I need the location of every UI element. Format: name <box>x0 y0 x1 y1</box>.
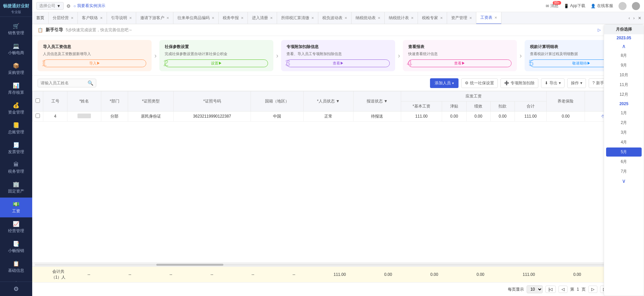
month-item-8[interactable]: 3月 <box>606 128 642 137</box>
tab-close-tax_report[interactable]: ✕ <box>241 16 244 20</box>
tab-split_mgmt[interactable]: 分层经营✕ <box>49 12 78 24</box>
step-title-2: 社保参数设置 <box>165 44 268 50</box>
month-item-10[interactable]: 5月 <box>606 147 642 157</box>
tab-clearance[interactable]: 进入清册✕ <box>248 12 277 24</box>
sidebar-item-sales[interactable]: 🛒销售管理 <box>0 19 32 39</box>
sidebar-icon-tax: 🏛 <box>13 162 19 168</box>
tab-invite[interactable]: 邀请下游客户✕ <box>136 12 173 24</box>
unified-settings-btn[interactable]: ⚙ 统一社保设置 <box>461 78 498 88</box>
sidebar-item-system[interactable]: ⚙系统管理 <box>0 277 32 282</box>
tab-guide_tab[interactable]: 引导说明✕ <box>107 12 136 24</box>
month-item-12[interactable]: 7月 <box>606 167 642 176</box>
settings-gear-icon[interactable]: ⚙ <box>66 3 71 9</box>
operations-btn[interactable]: 操作 ▾ <box>567 78 586 88</box>
tab-label-tax_stat3: 纳税统计表 <box>389 15 409 21</box>
tab-close-tax_expert[interactable]: ✕ <box>440 16 443 20</box>
tab-close-split_mgmt[interactable]: ✕ <box>71 16 73 20</box>
add-employee-btn[interactable]: 添加人员 ▾ <box>430 78 459 88</box>
tab-close-tax_calc[interactable]: ✕ <box>311 16 314 20</box>
sidebar-item-general[interactable]: 📒总账管理 <box>0 119 32 138</box>
tab-tax_stat2[interactable]: 纳税统动表✕ <box>352 12 385 24</box>
sidebar-item-operation[interactable]: 📈经营管理 <box>0 217 32 237</box>
sidebar-item-ecommerce[interactable]: 💻小畅电商 <box>0 39 32 59</box>
tab-tax_report[interactable]: 税务申报✕ <box>219 12 248 24</box>
tab-tax_expert[interactable]: 税检专家✕ <box>418 12 447 24</box>
sidebar-item-fixed[interactable]: 🏢固定资产 <box>0 178 32 198</box>
special-deduction-btn[interactable]: ➕ 专项附加扣除 <box>500 78 538 88</box>
step-btn-4[interactable]: 查看▶ <box>408 59 512 67</box>
month-item-2[interactable]: 10月 <box>606 71 642 80</box>
company-selector[interactable]: 选择公司 ▼ <box>36 2 64 10</box>
tab-close-assets[interactable]: ✕ <box>469 16 472 20</box>
online-service-btn[interactable]: 👤 在线客服 <box>591 3 613 9</box>
demo-link[interactable]: ○ 我要看实例演示 <box>73 3 105 9</box>
settings-icon[interactable]: ⚙ <box>13 285 19 293</box>
search-icon[interactable]: 🔍 <box>88 80 93 86</box>
tab-customer[interactable]: 客户联络✕ <box>78 12 107 24</box>
month-item-9[interactable]: 4月 <box>606 138 642 147</box>
search-input[interactable] <box>41 81 88 85</box>
step-btn-2[interactable]: 设置▶ <box>165 59 268 67</box>
guide-title: 新手引导 <box>46 27 63 33</box>
tab-supplier_code[interactable]: 往来单位商品编码✕ <box>173 12 219 24</box>
tab-next-icon[interactable]: › <box>632 15 636 21</box>
tab-close-supplier_code[interactable]: ✕ <box>212 16 214 20</box>
month-nav-bottom: ∨ <box>622 176 626 185</box>
sidebar-item-tax[interactable]: 🏛税务管理 <box>0 158 32 178</box>
tab-tax_calc[interactable]: 所得税汇算清缴✕ <box>277 12 318 24</box>
export-dropdown-icon: ▾ <box>559 81 561 85</box>
month-item-6[interactable]: 1月 <box>606 109 642 118</box>
month-item-3[interactable]: 11月 <box>606 80 642 89</box>
tab-tax_exemption[interactable]: 税负波动表✕ <box>318 12 352 24</box>
select-all-checkbox[interactable] <box>36 98 40 103</box>
app-download-btn[interactable]: 📱 App下载 <box>564 3 585 9</box>
step-btn-1[interactable]: 导入▶ <box>43 59 146 67</box>
footer-summary: 会计共（1）人 <box>48 269 68 280</box>
tab-close-tax_exemption[interactable]: ✕ <box>344 16 347 20</box>
step-arrow-4: › <box>517 52 525 59</box>
tab-label-split_mgmt: 分层经营 <box>53 15 69 21</box>
export-btn[interactable]: ⬇ 导出 ▾ <box>541 78 565 88</box>
tab-close-tax_stat3[interactable]: ✕ <box>411 16 414 20</box>
sidebar-item-salary[interactable]: 💵工资 <box>0 198 32 217</box>
tab-close-customer[interactable]: ✕ <box>100 16 103 20</box>
month-item-4[interactable]: 12月 <box>606 90 642 99</box>
tab-close-tax_stat2[interactable]: ✕ <box>378 16 380 20</box>
user-avatar-2[interactable] <box>632 2 640 10</box>
demo-text: 我要看实例演示 <box>77 3 105 9</box>
first-page-btn[interactable]: |◁ <box>545 286 555 293</box>
month-up-btn[interactable]: ∧ <box>622 43 626 49</box>
sidebar-item-purchase[interactable]: 📦采购管理 <box>0 59 32 79</box>
sidebar-item-invoice[interactable]: 🧾发票管理 <box>0 138 32 158</box>
message-btn[interactable]: ✉ 消息 99+ <box>546 3 558 9</box>
sidebar-item-report[interactable]: 📑小畅报销 <box>0 237 32 257</box>
tab-prev-icon[interactable]: ‹ <box>627 15 631 21</box>
tab-close-invite[interactable]: ✕ <box>166 16 169 20</box>
month-item-11[interactable]: 6月 <box>606 157 642 166</box>
scrollbar-thumb[interactable] <box>156 264 223 266</box>
user-avatar[interactable] <box>619 2 627 10</box>
tab-assets[interactable]: 资产管理✕ <box>447 12 476 24</box>
tab-close-all-btn[interactable]: ✕ <box>637 16 643 20</box>
month-item-7[interactable]: 2月 <box>606 118 642 127</box>
tab-close-salary_tab[interactable]: ✕ <box>494 16 497 19</box>
prev-page-btn[interactable]: ◁ <box>558 286 568 293</box>
page-size-select[interactable]: 10 20 50 <box>527 285 543 293</box>
row-deduction-0: 0.00 <box>490 111 515 121</box>
row-select-0[interactable] <box>36 114 40 118</box>
sidebar-item-inventory[interactable]: 📊库存核算 <box>0 79 32 99</box>
tab-close-guide_tab[interactable]: ✕ <box>129 16 132 20</box>
sidebar-item-finance[interactable]: 💰资金管理 <box>0 99 32 119</box>
step-btn-3[interactable]: 查看▶ <box>286 59 390 67</box>
month-item-0[interactable]: 8月 <box>606 51 642 60</box>
tab-close-clearance[interactable]: ✕ <box>270 16 273 20</box>
month-item-1[interactable]: 9月 <box>606 61 642 70</box>
month-down-btn[interactable]: ∨ <box>622 178 626 184</box>
tab-salary_tab[interactable]: 工资表✕ <box>476 12 501 24</box>
tab-label-tax_stat2: 纳税统动表 <box>356 15 376 21</box>
step-number-4: 4 <box>407 58 412 69</box>
next-page-btn[interactable]: ▷ <box>588 286 597 293</box>
tab-tax_stat3[interactable]: 纳税统计表✕ <box>385 12 418 24</box>
sidebar-item-basic[interactable]: 📋基础信息 <box>0 257 32 277</box>
tab-home[interactable]: 首页 <box>32 12 49 24</box>
